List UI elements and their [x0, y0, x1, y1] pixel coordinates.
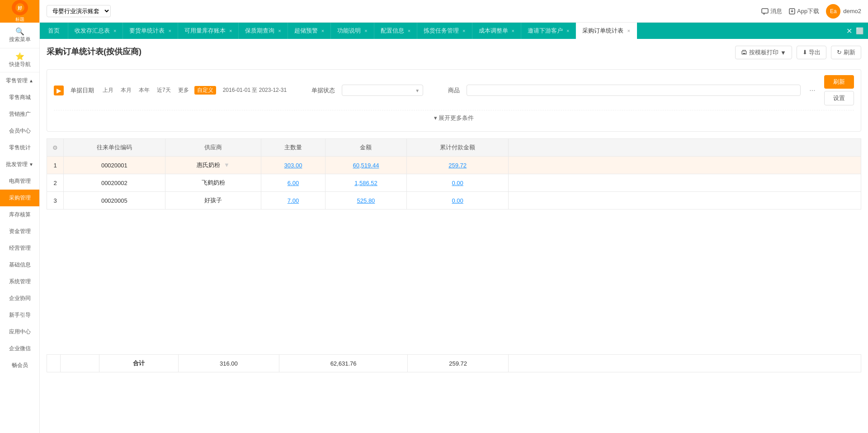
date-custom-badge[interactable]: 自定义 [194, 86, 216, 95]
tab-orderstat-label: 要货单统计表 [129, 27, 165, 35]
tab-home[interactable]: 首页 [40, 23, 68, 39]
setting-button[interactable]: 设置 [824, 91, 854, 105]
sidebar-retailshop-label: 零售商城 [9, 94, 31, 101]
tab-collect-close[interactable]: × [113, 28, 116, 33]
export-button[interactable]: ⬇ 导出 [797, 46, 827, 59]
sidebar-retailstats-label: 零售统计 [9, 144, 31, 152]
row2-no: 2 [47, 174, 64, 192]
filter-toggle-button[interactable]: ▶ [54, 86, 64, 95]
footer-empty [509, 355, 861, 372]
status-select[interactable] [342, 85, 423, 96]
sidebar-item-finance[interactable]: 资金管理 [0, 223, 39, 240]
sidebar-item-appcenter[interactable]: 应用中心 [0, 324, 39, 340]
date-btn-more[interactable]: 更多 [176, 86, 191, 95]
main-area: 母婴行业演示账套 消息 App下载 Ea demo2 首页 收发存汇总表 × [40, 0, 868, 433]
tab-invite-close[interactable]: × [566, 28, 569, 33]
sidebar-marketing-label: 营销推广 [9, 110, 31, 118]
goods-input[interactable] [467, 85, 801, 96]
tab-collect[interactable]: 收发存汇总表 × [68, 23, 123, 39]
tab-validity-close[interactable]: × [278, 28, 281, 33]
row3-code: 00020005 [64, 192, 165, 209]
row2-paid: 0.00 [407, 174, 509, 192]
tab-invite[interactable]: 邀请下游客户 × [521, 23, 576, 39]
expand-more-button[interactable]: ▾ 展开更多条件 [54, 110, 854, 126]
col-empty [509, 139, 861, 157]
tab-overstock-close[interactable]: × [321, 28, 324, 33]
sidebar-wechat-label: 企业微信 [9, 345, 31, 352]
date-btn-thisyear[interactable]: 本年 [137, 86, 151, 95]
tab-config[interactable]: 配置信息 × [374, 23, 417, 39]
export-icon: ⬇ [802, 49, 807, 56]
query-button[interactable]: 刷新 [824, 75, 854, 89]
gear-icon[interactable]: ⚙ [52, 144, 58, 151]
row3-amount: 525.80 [325, 192, 407, 209]
tab-orderstat-close[interactable]: × [168, 28, 171, 33]
tab-order-stat[interactable]: 要货单统计表 × [123, 23, 178, 39]
sidebar-item-guide[interactable]: 新手引导 [0, 307, 39, 324]
date-btn-lastmonth[interactable]: 上月 [101, 86, 115, 95]
footer-amount: 62,631.76 [279, 355, 408, 372]
sidebar: 好 标题 🔍 搜索菜单 ⭐ 快捷导航 零售管理 ▲ 零售商城 营销推广 会员中心… [0, 0, 40, 433]
sidebar-item-operations[interactable]: 经营管理 [0, 240, 39, 257]
tab-purchase-stat[interactable]: 采购订单统计表 × [576, 23, 637, 39]
tab-config-label: 配置信息 [381, 27, 404, 35]
footer-paid: 259.72 [408, 355, 509, 372]
sidebar-item-marketing[interactable]: 营销推广 [0, 106, 39, 123]
print-dropdown-icon[interactable]: ▼ [780, 49, 786, 56]
date-btn-7days[interactable]: 近7天 [155, 86, 173, 95]
user-avatar: Ea [826, 4, 840, 19]
sidebar-item-system[interactable]: 系统管理 [0, 273, 39, 290]
row1-empty [509, 157, 861, 174]
sidebar-item-ecommerce[interactable]: 电商管理 [0, 173, 39, 190]
tab-cost-adj[interactable]: 成本调整单 × [472, 23, 521, 39]
tab-config-close[interactable]: × [408, 28, 410, 33]
tab-stockledger-close[interactable]: × [229, 28, 232, 33]
refresh-button[interactable]: ↻ 刷新 [831, 46, 861, 59]
tab-picking-close[interactable]: × [462, 28, 465, 33]
sidebar-search-label: 搜索菜单 [0, 36, 39, 43]
sidebar-item-member2[interactable]: 畅会员 [0, 357, 39, 374]
sidebar-item-basic-info[interactable]: 基础信息 [0, 257, 39, 273]
tab-maximize[interactable]: ⬜ [856, 27, 863, 34]
tab-picking[interactable]: 拣货任务管理 × [417, 23, 472, 39]
sidebar-item-search[interactable]: 🔍 搜索菜单 [0, 23, 39, 48]
workspace-selector[interactable]: 母婴行业演示账套 [47, 5, 111, 17]
row2-qty: 6.00 [261, 174, 325, 192]
sidebar-item-retail-mgmt[interactable]: 零售管理 ▲ [0, 72, 39, 89]
date-btn-thismonth[interactable]: 本月 [119, 86, 133, 95]
more-filter-btn[interactable]: ··· [807, 86, 817, 95]
tab-stock-ledger[interactable]: 可用量库存账本 × [178, 23, 239, 39]
sidebar-item-quicknav[interactable]: ⭐ 快捷导航 [0, 48, 39, 72]
tab-picking-label: 拣货任务管理 [424, 27, 459, 35]
sidebar-item-member[interactable]: 会员中心 [0, 123, 39, 139]
app-download-button[interactable]: App下载 [789, 7, 819, 15]
sidebar-stock-label: 库存核算 [9, 211, 31, 219]
data-table: ⚙ 往来单位编码 供应商 主数量 金额 累计付款金额 1 00020001 惠氏… [47, 138, 861, 209]
tab-validity[interactable]: 保质期查询 × [239, 23, 288, 39]
row1-no: 1 [47, 157, 64, 174]
tab-purchasestat-close[interactable]: × [627, 28, 630, 33]
sidebar-item-retail-stats[interactable]: 零售统计 [0, 139, 39, 156]
sidebar-item-retail-shop[interactable]: 零售商城 [0, 89, 39, 106]
sidebar-item-wholesale[interactable]: 批发管理 ▼ [0, 156, 39, 173]
tab-close-all[interactable]: ✕ [846, 27, 852, 35]
print-button[interactable]: 按模板打印 ▼ [735, 46, 792, 59]
sidebar-item-stock[interactable]: 库存核算 [0, 206, 39, 223]
date-range-display: 2016-01-01 至 2023-12-31 [223, 86, 287, 94]
tab-costadj-close[interactable]: × [512, 28, 514, 33]
sidebar-item-enterprise[interactable]: 企业协同 [0, 290, 39, 307]
date-label: 单据日期 [71, 86, 94, 95]
message-button[interactable]: 消息 [761, 7, 782, 15]
sidebar-item-wechat[interactable]: 企业微信 [0, 340, 39, 357]
expand-icon: ▾ [434, 114, 437, 121]
tab-function[interactable]: 功能说明 × [331, 23, 374, 39]
table-footer-row: 合计 316.00 62,631.76 259.72 [47, 355, 861, 372]
sidebar-ecommerce-label: 电商管理 [9, 177, 31, 185]
sidebar-enterprise-label: 企业协同 [9, 295, 31, 302]
row3-supplier: 好孩子 [165, 192, 261, 209]
tab-overstock[interactable]: 超储预警 × [288, 23, 331, 39]
sidebar-item-purchase[interactable]: 采购管理 [0, 190, 39, 206]
sidebar-appcenter-label: 应用中心 [9, 328, 31, 336]
app-download-icon [789, 8, 795, 14]
tab-function-close[interactable]: × [364, 28, 367, 33]
